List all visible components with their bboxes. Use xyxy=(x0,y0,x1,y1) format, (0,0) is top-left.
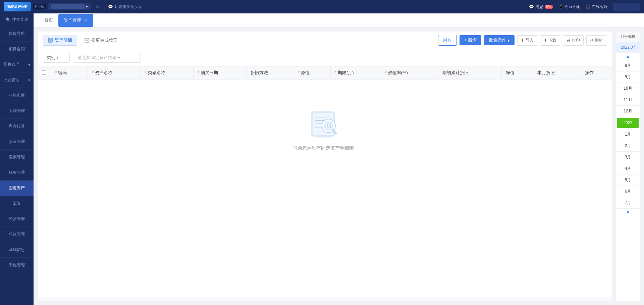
table-head: * 编码 * 资产名称 * 类别名称 xyxy=(38,66,612,80)
bottom-scrollbar[interactable] xyxy=(38,297,612,301)
month-nav-down[interactable]: ▼ xyxy=(616,209,640,216)
fixed-assets-label: 固定资产 xyxy=(9,185,25,191)
search-icon: 🔍 xyxy=(6,17,11,22)
retail-label: 零售管理 xyxy=(3,62,19,67)
service-label: 在线客服 xyxy=(592,4,608,10)
user-avatar[interactable] xyxy=(613,3,640,11)
month-item-10[interactable]: 10月 xyxy=(616,83,640,94)
month-item-1[interactable]: 1月 xyxy=(616,129,640,140)
import-icon: ⬇ xyxy=(521,38,524,43)
brand-logo: 畅捷通好业财 xyxy=(4,2,31,11)
tab-asset-label: 资产管理 xyxy=(64,17,81,23)
app-download[interactable]: 📱 App下载 xyxy=(558,4,580,10)
month-item-2[interactable]: 2月 xyxy=(616,140,640,152)
tab-home[interactable]: 首页 xyxy=(39,14,58,27)
refresh-button[interactable]: ↺ 刷新 xyxy=(586,35,606,46)
system-label: 系统管理 xyxy=(9,262,25,268)
print-button[interactable]: 🖨 打印 xyxy=(563,35,584,46)
asset-detail-icon xyxy=(48,38,53,43)
tab-home-label: 首页 xyxy=(44,17,53,23)
sidebar-item-invoice[interactable]: 发票管理 xyxy=(0,150,34,165)
month-panel-title: 月份选择 xyxy=(616,32,640,42)
refresh-label: 刷新 xyxy=(595,38,603,43)
topbar: 畅捷通好业财 专业版 ▾ ⚙ 💬 我要看实例演示 💬 消息 99+ 📱 App下… xyxy=(0,0,644,13)
topbar-right: 💬 消息 99+ 📱 App下载 🎧 在线客服 xyxy=(529,3,640,11)
current-year-month[interactable]: 2022.07 xyxy=(616,42,640,53)
sidebar-item-wholesale[interactable]: 批发管理 ▾ xyxy=(0,72,34,88)
category-input[interactable]: 请选择固定资产类别 ▾ xyxy=(74,53,141,63)
reconcile-button[interactable]: 对账 xyxy=(438,35,457,46)
category-input-arrow: ▾ xyxy=(118,56,120,60)
change-voucher-icon xyxy=(85,38,89,43)
batch-label: 批量操作 xyxy=(489,37,506,43)
download-label: 下载 xyxy=(548,38,556,43)
download-button[interactable]: ⬇ 下载 xyxy=(540,35,560,46)
app-icon: 📱 xyxy=(558,4,564,9)
sidebar-item-operations[interactable]: 经营管理 xyxy=(0,211,34,227)
print-label: 打印 xyxy=(572,38,580,43)
sidebar-item-basic-info[interactable]: 基础信息 xyxy=(0,242,34,258)
table-body: 当前您还没有固定资产明细哦~ xyxy=(38,80,612,179)
th-current-depreciation: 本月折旧 xyxy=(533,66,581,80)
asset-table: * 编码 * 资产名称 * 类别名称 xyxy=(38,66,612,178)
sidebar-item-inventory[interactable]: 库存核算 xyxy=(0,119,34,134)
th-net-value: 净值 xyxy=(502,66,533,80)
settings-button[interactable]: ⚙ xyxy=(93,2,103,11)
asset-detail-label: 资产明细 xyxy=(55,37,72,43)
category-placeholder: 请选择固定资产类别 xyxy=(77,55,117,61)
sidebar-item-search[interactable]: 🔍 搜索菜单 xyxy=(0,13,34,26)
month-item-8[interactable]: 8月 xyxy=(616,60,640,71)
main-layout: 🔍 搜索菜单 快捷导航 项目合同 零售管理 ▾ 批发管理 ▾ 小畅电商 采购管理… xyxy=(0,13,644,305)
sidebar-item-purchase[interactable]: 采购管理 xyxy=(0,103,34,119)
message-label: 消息 xyxy=(535,4,543,10)
online-service[interactable]: 🎧 在线客服 xyxy=(585,4,608,10)
sidebar-item-retail[interactable]: 零售管理 ▾ xyxy=(0,57,34,72)
batch-button[interactable]: 批量操作 ▾ xyxy=(484,35,515,45)
month-item-year-badge[interactable]: 2023 xyxy=(617,118,639,128)
brand-subtitle: 专业版 xyxy=(33,4,46,9)
select-all-checkbox[interactable] xyxy=(42,70,46,74)
month-item-12[interactable]: 12月 xyxy=(616,106,640,117)
sub-tab-asset-detail[interactable]: 资产明细 xyxy=(43,35,77,46)
company-selector[interactable]: ▾ xyxy=(48,3,91,10)
th-residual-rate: * 残值率(%) xyxy=(381,66,438,80)
sub-tab-change-voucher[interactable]: 变更生成凭证 xyxy=(80,35,122,46)
month-item-4[interactable]: 4月 xyxy=(616,163,640,174)
category-type-selector[interactable]: 类别 ▾ xyxy=(43,53,70,63)
wholesale-label: 批发管理 xyxy=(3,77,19,83)
empty-text: 当前您还没有固定资产明细哦~ xyxy=(293,145,357,151)
th-purchase-date: * 购买日期 xyxy=(194,66,247,80)
demo-link[interactable]: 💬 我要看实例演示 xyxy=(105,3,145,11)
month-item-3[interactable]: 3月 xyxy=(616,152,640,163)
message-icon: 💬 xyxy=(529,4,534,9)
service-icon: 🎧 xyxy=(585,4,590,9)
svg-point-14 xyxy=(325,122,332,129)
sidebar-item-salary[interactable]: 工资 xyxy=(0,196,34,211)
month-item-5[interactable]: 5月 xyxy=(616,174,640,186)
sidebar-item-tax[interactable]: 税务管理 xyxy=(0,165,34,181)
month-item-7[interactable]: 7月 xyxy=(616,197,640,209)
message-badge[interactable]: 💬 消息 99+ xyxy=(529,4,553,10)
batch-arrow: ▾ xyxy=(507,38,510,43)
sidebar-item-fixed-assets[interactable]: 固定资产 xyxy=(0,181,34,196)
sidebar-item-project[interactable]: 项目合同 xyxy=(0,42,34,57)
sidebar-item-quick-nav[interactable]: 快捷导航 xyxy=(0,26,34,42)
import-button[interactable]: ⬇ 导入 xyxy=(517,35,537,46)
salary-label: 工资 xyxy=(13,201,21,206)
month-item-11[interactable]: 11月 xyxy=(616,94,640,106)
th-depreciation-method: 折旧方法 xyxy=(246,66,294,80)
message-count: 99+ xyxy=(545,5,553,9)
sidebar-item-finance[interactable]: 资金管理 xyxy=(0,134,34,150)
sub-tabs: 资产明细 变更生成凭证 xyxy=(43,35,122,46)
sidebar-item-system[interactable]: 系统管理 xyxy=(0,258,34,273)
sidebar-item-ledger[interactable]: 总账管理 xyxy=(0,227,34,242)
sidebar-item-ecommerce[interactable]: 小畅电商 xyxy=(0,88,34,103)
add-button[interactable]: + 新增 xyxy=(460,35,481,45)
month-nav-up[interactable]: ▲ xyxy=(616,53,640,60)
tab-asset-management[interactable]: 资产管理 ✕ xyxy=(58,14,93,27)
month-item-9[interactable]: 9月 xyxy=(616,71,640,83)
month-item-6[interactable]: 6月 xyxy=(616,186,640,197)
tab-close-button[interactable]: ✕ xyxy=(83,18,88,23)
finance-label: 资金管理 xyxy=(9,139,25,145)
ecommerce-label: 小畅电商 xyxy=(9,93,25,98)
